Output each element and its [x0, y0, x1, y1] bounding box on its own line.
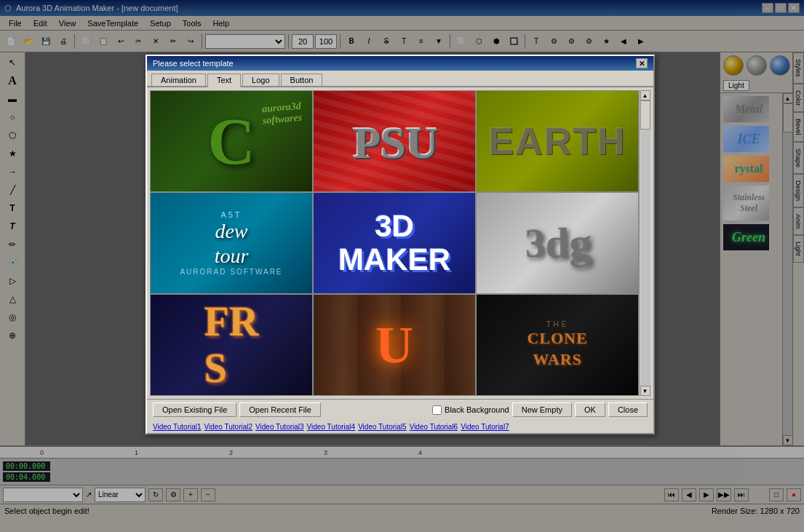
tutorial-5[interactable]: Video Tutorial5	[358, 423, 407, 431]
template-9[interactable]: THE CLONEWARS	[477, 295, 638, 395]
tutorial-2[interactable]: Video Tutorial2	[204, 423, 253, 431]
template-8[interactable]: U	[314, 295, 475, 395]
modal-tab-animation[interactable]: Animation	[151, 74, 206, 86]
ok-button[interactable]: OK	[575, 402, 605, 417]
open-recent-button[interactable]: Open Recent File	[239, 402, 321, 417]
tutorial-7[interactable]: Video Tutorial7	[461, 423, 509, 431]
modal-titlebar: Please select template ✕	[147, 56, 653, 71]
template-grid: C aurora3dsoftwares PSU EARTH	[150, 90, 639, 396]
modal-content: C aurora3dsoftwares PSU EARTH	[147, 87, 653, 399]
tutorial-links: Video Tutorial1 Video Tutorial2 Video Tu…	[147, 420, 653, 433]
tutorial-6[interactable]: Video Tutorial6	[410, 423, 458, 431]
black-bg-label: Black Background	[445, 405, 509, 414]
modal-title: Please select template	[153, 59, 234, 68]
template-7[interactable]: FRS	[151, 295, 312, 395]
template-scroll-down[interactable]: ▼	[640, 386, 650, 396]
template-scroll-thumb[interactable]	[640, 100, 650, 130]
template-4[interactable]: A5T dewtour AURORAD SOFTWARE	[151, 193, 312, 293]
template-3[interactable]: EARTH	[477, 91, 638, 191]
tutorial-1[interactable]: Video Tutorial1	[153, 423, 202, 431]
modal-tab-logo[interactable]: Logo	[242, 74, 279, 86]
black-bg-checkbox[interactable]	[432, 405, 442, 415]
close-modal-button[interactable]: Close	[608, 402, 648, 417]
modal-overlay: Please select template ✕ Animation Text …	[0, 0, 804, 532]
modal-close-button[interactable]: ✕	[636, 58, 648, 68]
modal-tab-button[interactable]: Button	[281, 74, 323, 86]
template-scrollbar[interactable]: ▲ ▼	[639, 90, 650, 396]
template-2[interactable]: PSU	[314, 91, 475, 191]
new-empty-button[interactable]: New Empty	[512, 402, 572, 417]
modal-tab-text[interactable]: Text	[207, 74, 241, 87]
tutorial-3[interactable]: Video Tutorial3	[255, 423, 304, 431]
template-1[interactable]: C aurora3dsoftwares	[151, 91, 312, 191]
tutorial-4[interactable]: Video Tutorial4	[307, 423, 356, 431]
template-scroll-track	[640, 100, 650, 386]
template-scroll-up[interactable]: ▲	[640, 90, 650, 100]
modal-tabs: Animation Text Logo Button	[147, 71, 653, 87]
modal-dialog: Please select template ✕ Animation Text …	[146, 55, 655, 434]
modal-footer: Open Existing File Open Recent File Blac…	[147, 399, 653, 420]
template-6[interactable]: 3dg	[477, 193, 638, 293]
open-existing-button[interactable]: Open Existing File	[153, 402, 236, 417]
template-5[interactable]: 3DMAKER	[314, 193, 475, 293]
